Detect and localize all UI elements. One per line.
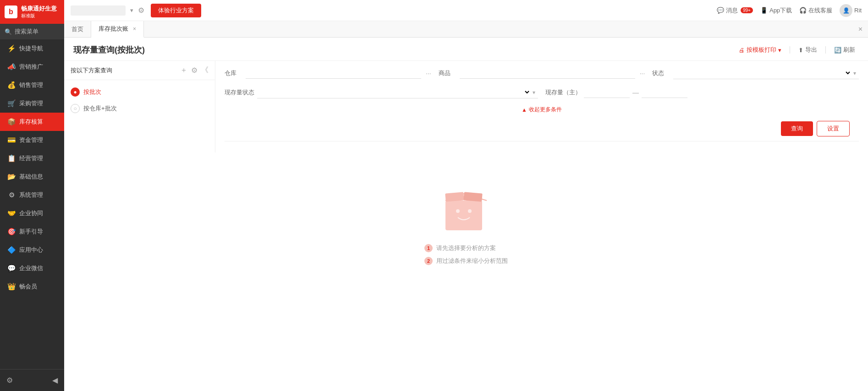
nav-icon-4: 📦 [7, 118, 16, 126]
hint-text-1: 请先选择要分析的方案 [436, 244, 496, 252]
query-button[interactable]: 查询 [781, 121, 813, 136]
breadcrumb-input[interactable] [71, 5, 126, 16]
print-button[interactable]: 🖨 按模板打印 ▾ [735, 44, 785, 56]
sidebar-item-系统管理[interactable]: ⚙ 系统管理 [0, 186, 64, 204]
sidebar-item-库存核算[interactable]: 📦 库存核算 [0, 113, 64, 131]
nav-label-4: 库存核算 [19, 118, 43, 126]
user-profile[interactable]: 👤 Rit [840, 4, 862, 17]
edition-label: 标准版 [21, 13, 57, 19]
tab-inventory-close[interactable]: × [133, 26, 136, 32]
online-service-action[interactable]: 🎧 在线客服 [799, 6, 832, 15]
empty-illustration [439, 180, 494, 235]
sidebar-item-畅会员[interactable]: 👑 畅会员 [0, 277, 64, 296]
goods-label: 商品 [439, 69, 457, 77]
inventory-status-label: 现存量状态 [225, 88, 254, 97]
search-icon: 🔍 [5, 28, 12, 35]
plan-inactive-icon: ○ [71, 104, 80, 113]
experience-button[interactable]: 体验行业方案 [151, 4, 201, 17]
warehouse-more-icon[interactable]: ··· [426, 70, 431, 77]
goods-input[interactable] [460, 68, 635, 79]
sidebar-item-快捷导航[interactable]: ⚡ 快捷导航 [0, 39, 64, 58]
message-label: 消息 [726, 6, 738, 15]
filter-sidebar-actions: ＋ ⚙ 《 [180, 65, 209, 75]
goods-field: 商品 ··· [439, 68, 645, 79]
topbar: ▾ ⚙ 体验行业方案 💬 消息 99+ 📱 App下载 🎧 在线客服 👤 Rit [64, 0, 868, 21]
sidebar-item-企业协同[interactable]: 🤝 企业协同 [0, 204, 64, 223]
sidebar-item-营销推广[interactable]: 📣 营销推广 [0, 58, 64, 76]
sidebar-item-应用中心[interactable]: 🔷 应用中心 [0, 241, 64, 259]
edit-plan-button[interactable]: ⚙ [191, 66, 198, 75]
refresh-button[interactable]: 🔄 刷新 [830, 44, 859, 56]
collapse-sidebar-button[interactable]: ◀ [50, 374, 60, 386]
nav-icon-1: 📣 [7, 63, 16, 71]
filter-fields-panel: 仓库 ··· 商品 ··· 状态 [215, 61, 868, 152]
refresh-label: 刷新 [843, 46, 855, 54]
nav-label-7: 基础信息 [19, 173, 43, 181]
sidebar-item-采购管理[interactable]: 🛒 采购管理 [0, 94, 64, 113]
online-service-label: 在线客服 [808, 6, 832, 15]
sidebar-item-基础信息[interactable]: 📂 基础信息 [0, 168, 64, 186]
page-header-actions: 🖨 按模板打印 ▾ ⬆ 导出 🔄 刷新 [735, 44, 859, 56]
tab-home[interactable]: 首页 [64, 21, 91, 38]
inventory-status-field: 现存量状态 ▾ [225, 87, 538, 98]
plan-item-warehouse-batch-label: 按仓库+批次 [83, 104, 117, 113]
user-name: Rit [854, 7, 862, 14]
breadcrumb-dropdown[interactable]: ▾ [130, 7, 133, 14]
plan-item-warehouse-batch[interactable]: ○ 按仓库+批次 [64, 100, 215, 117]
status-select[interactable] [676, 69, 852, 77]
message-action[interactable]: 💬 消息 99+ [717, 6, 753, 15]
goods-more-icon[interactable]: ··· [640, 70, 645, 77]
nav-icon-10: 🎯 [7, 228, 16, 236]
sidebar-item-资金管理[interactable]: 💳 资金管理 [0, 131, 64, 149]
phone-icon: 📱 [760, 7, 768, 14]
inventory-status-select[interactable] [260, 88, 531, 96]
collapse-more-row[interactable]: ▲ 收起更多条件 [225, 102, 859, 117]
action-bar: 查询 设置 [225, 117, 859, 141]
sidebar-item-企业微信[interactable]: 💬 企业微信 [0, 259, 64, 277]
plan-item-batch[interactable]: ● 按批次 [64, 84, 215, 100]
nav-icon-7: 📂 [7, 173, 16, 181]
warehouse-input[interactable] [246, 68, 421, 79]
settings-button[interactable]: 设置 [817, 121, 850, 136]
page-header: 现存量查询(按批次) 🖨 按模板打印 ▾ ⬆ 导出 🔄 刷新 [64, 38, 868, 61]
collapse-plan-button[interactable]: 《 [201, 65, 209, 75]
tab-bar-close-button[interactable]: × [853, 25, 868, 33]
print-label: 按模板打印 [747, 46, 776, 54]
filter-row-2: 现存量状态 ▾ 现存量（主） — [225, 87, 859, 98]
nav-icon-8: ⚙ [7, 191, 16, 199]
export-button[interactable]: ⬆ 导出 [795, 44, 821, 56]
nav-label-2: 销售管理 [19, 81, 43, 89]
hint-item-1: 1 请先选择要分析的方案 [424, 244, 508, 252]
app-download-label: App下载 [769, 6, 792, 15]
sidebar-search[interactable]: 🔍 搜索菜单 [0, 24, 64, 39]
print-dropdown-icon: ▾ [778, 47, 781, 54]
nav-icon-0: ⚡ [7, 44, 16, 53]
header-divider [790, 46, 790, 54]
svg-point-4 [468, 209, 472, 213]
topbar-gear-icon[interactable]: ⚙ [138, 6, 144, 15]
inventory-status-dropdown-icon: ▾ [533, 89, 535, 96]
tab-inventory[interactable]: 库存批次账 × [91, 21, 144, 38]
app-download-action[interactable]: 📱 App下载 [760, 6, 792, 15]
inventory-main-to[interactable] [642, 87, 687, 98]
page-content: 现存量查询(按批次) 🖨 按模板打印 ▾ ⬆ 导出 🔄 刷新 [64, 38, 868, 391]
sidebar-header: b 畅康通好生意 标准版 [0, 0, 64, 24]
add-plan-button[interactable]: ＋ [180, 65, 187, 75]
inventory-main-from[interactable] [584, 87, 630, 98]
nav-label-8: 系统管理 [19, 191, 43, 199]
nav-label-3: 采购管理 [19, 99, 43, 108]
sidebar-item-新手引导[interactable]: 🎯 新手引导 [0, 223, 64, 241]
status-label: 状态 [652, 69, 670, 77]
sidebar-search-label: 搜索菜单 [15, 27, 38, 36]
nav-icon-5: 💳 [7, 136, 16, 144]
nav-label-12: 企业微信 [19, 264, 43, 272]
plan-list: ● 按批次 ○ 按仓库+批次 [64, 80, 215, 120]
settings-icon[interactable]: ⚙ [5, 374, 15, 386]
sidebar-nav: ⚡ 快捷导航 📣 营销推广 💰 销售管理 🛒 采购管理 📦 库存核算 💳 资金管… [0, 39, 64, 369]
filter-sidebar-title: 按以下方案查询 [71, 66, 112, 75]
headset-icon: 🎧 [799, 7, 807, 14]
sidebar-item-经营管理[interactable]: 📋 经营管理 [0, 149, 64, 168]
nav-icon-3: 🛒 [7, 99, 16, 108]
svg-rect-0 [445, 201, 482, 230]
sidebar-item-销售管理[interactable]: 💰 销售管理 [0, 76, 64, 94]
